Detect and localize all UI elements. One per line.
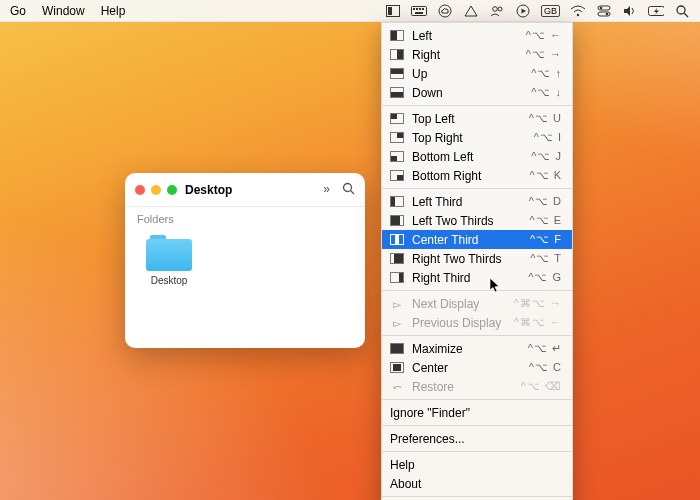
menu-item-shortcut: ^⌥ K: [529, 169, 562, 182]
battery-icon[interactable]: [648, 3, 664, 19]
rectangle-app-icon[interactable]: [385, 3, 401, 19]
svg-rect-7: [415, 12, 423, 14]
menu-item-shortcut: ^⌥ J: [531, 150, 562, 163]
menu-item-shortcut: ^⌥ D: [529, 195, 562, 208]
svg-rect-1: [388, 7, 392, 15]
layout-icon: [390, 87, 404, 98]
svg-point-19: [677, 6, 685, 14]
menu-separator: [382, 451, 572, 452]
menu-window[interactable]: Window: [42, 4, 85, 18]
layout-icon: ⤺: [390, 381, 404, 392]
menu-item-label: Help: [390, 458, 562, 472]
svg-point-15: [600, 6, 603, 9]
menu-item-previous-display: ▻Previous Display^⌘⌥ ←: [382, 313, 572, 332]
minimize-button[interactable]: [151, 185, 161, 195]
menu-item-left-third[interactable]: Left Third^⌥ D: [382, 192, 572, 211]
menu-item-right-two-thirds[interactable]: Right Two Thirds^⌥ T: [382, 249, 572, 268]
menu-item-top-left[interactable]: Top Left^⌥ U: [382, 109, 572, 128]
menu-item-label: Left Third: [412, 195, 529, 209]
menu-item-up[interactable]: Up^⌥ ↑: [382, 64, 572, 83]
volume-icon[interactable]: [622, 3, 638, 19]
menu-item-help[interactable]: Help: [382, 455, 572, 474]
svg-point-12: [577, 13, 579, 15]
menu-item-about[interactable]: About: [382, 474, 572, 493]
menu-item-shortcut: ^⌥ ↵: [528, 342, 562, 355]
menu-separator: [382, 399, 572, 400]
menu-item-down[interactable]: Down^⌥ ↓: [382, 83, 572, 102]
layout-icon: [390, 113, 404, 124]
menu-item-shortcut: ^⌥ G: [528, 271, 562, 284]
folder-label: Desktop: [137, 275, 201, 286]
menu-item-label: Top Left: [412, 112, 529, 126]
folder-item-desktop[interactable]: Desktop: [137, 235, 201, 286]
users-icon[interactable]: [489, 3, 505, 19]
wifi-icon[interactable]: [570, 3, 586, 19]
rectangle-dropdown-menu: Left^⌥ ←Right^⌥ →Up^⌥ ↑Down^⌥ ↓Top Left^…: [381, 22, 573, 500]
menu-item-label: Down: [412, 86, 531, 100]
svg-rect-4: [416, 8, 418, 10]
layout-icon: [390, 362, 404, 373]
finder-title: Desktop: [185, 183, 232, 197]
menu-item-label: Top Right: [412, 131, 534, 145]
menu-item-left[interactable]: Left^⌥ ←: [382, 26, 572, 45]
menu-item-shortcut: ^⌥ E: [529, 214, 562, 227]
menu-item-shortcut: ^⌥ I: [534, 131, 562, 144]
menu-item-bottom-left[interactable]: Bottom Left^⌥ J: [382, 147, 572, 166]
svg-point-10: [498, 7, 502, 11]
menu-item-ignore-finder[interactable]: Ignore "Finder": [382, 403, 572, 422]
menu-item-label: Preferences...: [390, 432, 562, 446]
menu-separator: [382, 188, 572, 189]
svg-rect-2: [411, 6, 426, 15]
menu-item-shortcut: ^⌥ U: [529, 112, 562, 125]
menu-item-right[interactable]: Right^⌥ →: [382, 45, 572, 64]
menu-item-shortcut: ^⌥ ↑: [531, 67, 562, 80]
menu-item-center-third[interactable]: Center Third^⌥ F: [382, 230, 572, 249]
menu-item-label: Bottom Right: [412, 169, 529, 183]
menu-item-next-display: ▻Next Display^⌘⌥ →: [382, 294, 572, 313]
menu-item-top-right[interactable]: Top Right^⌥ I: [382, 128, 572, 147]
menu-help[interactable]: Help: [101, 4, 126, 18]
menu-item-left-two-thirds[interactable]: Left Two Thirds^⌥ E: [382, 211, 572, 230]
menu-separator: [382, 496, 572, 497]
search-icon[interactable]: [342, 182, 355, 198]
layout-icon: [390, 68, 404, 79]
menu-item-label: Restore: [412, 380, 521, 394]
control-center-icon[interactable]: [596, 3, 612, 19]
layout-icon: [390, 132, 404, 143]
layout-icon: [390, 272, 404, 283]
menu-item-label: Center: [412, 361, 529, 375]
menu-item-label: Previous Display: [412, 316, 514, 330]
chevrons-icon[interactable]: »: [323, 182, 330, 198]
menu-item-shortcut: ^⌥ F: [530, 233, 562, 246]
finder-window[interactable]: Desktop » Folders Desktop: [125, 173, 365, 348]
menu-item-label: Next Display: [412, 297, 514, 311]
keyboard-icon[interactable]: [411, 3, 427, 19]
menu-go[interactable]: Go: [10, 4, 26, 18]
input-source-icon[interactable]: GB: [541, 5, 560, 17]
svg-point-16: [606, 12, 609, 15]
menu-item-label: Center Third: [412, 233, 530, 247]
menu-item-bottom-right[interactable]: Bottom Right^⌥ K: [382, 166, 572, 185]
maximize-button[interactable]: [167, 185, 177, 195]
creative-cloud-icon[interactable]: [437, 3, 453, 19]
menu-item-center[interactable]: Center^⌥ C: [382, 358, 572, 377]
menu-item-right-third[interactable]: Right Third^⌥ G: [382, 268, 572, 287]
menu-item-maximize[interactable]: Maximize^⌥ ↵: [382, 339, 572, 358]
play-circle-icon[interactable]: [515, 3, 531, 19]
menu-item-label: Right: [412, 48, 526, 62]
menu-item-label: Left: [412, 29, 526, 43]
svg-rect-3: [413, 8, 415, 10]
menu-item-shortcut: ^⌥ →: [526, 48, 562, 61]
menu-item-label: Left Two Thirds: [412, 214, 529, 228]
layout-icon: [390, 196, 404, 207]
drive-icon[interactable]: [463, 3, 479, 19]
spotlight-icon[interactable]: [674, 3, 690, 19]
close-button[interactable]: [135, 185, 145, 195]
layout-icon: [390, 151, 404, 162]
menu-separator: [382, 290, 572, 291]
finder-titlebar[interactable]: Desktop »: [125, 173, 365, 207]
menu-item-preferences[interactable]: Preferences...: [382, 429, 572, 448]
layout-icon: [390, 253, 404, 264]
menu-item-restore: ⤺Restore^⌥ ⌫: [382, 377, 572, 396]
menu-item-shortcut: ^⌥ C: [529, 361, 562, 374]
